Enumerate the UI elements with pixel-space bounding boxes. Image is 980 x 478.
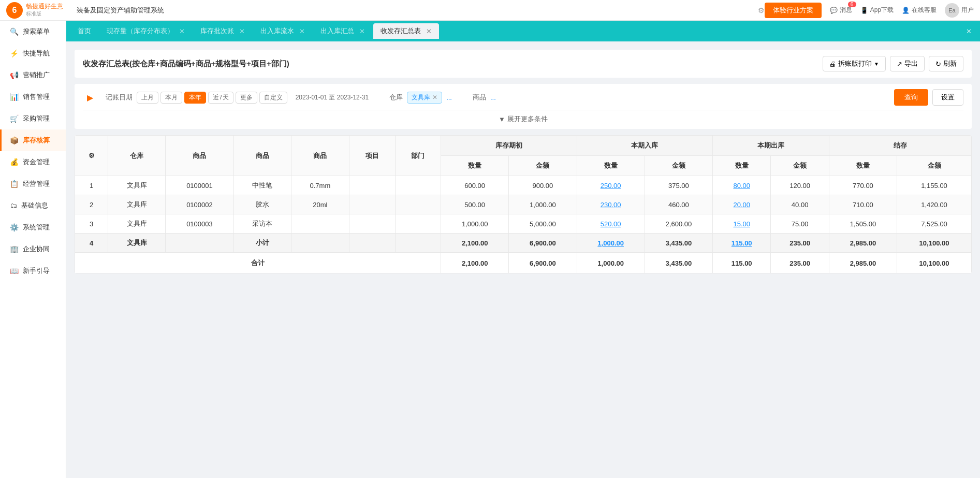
system-settings-icon[interactable]: ⚙	[758, 6, 765, 15]
footer-outbound-amt: 235.00	[771, 253, 829, 273]
col-closing-qty: 数量	[829, 156, 897, 176]
row-goods-name: 采访本	[233, 214, 291, 234]
print-icon: 🖨	[829, 60, 836, 68]
sidebar: 🔍 搜索菜单 ⚡ 快捷导航 📢 营销推广 📊 销售管理 🛒 采购管理 📦	[0, 21, 66, 478]
app-download-item[interactable]: 📱 App下载	[860, 6, 894, 15]
sidebar-item-operations[interactable]: 📋 经营管理	[0, 173, 66, 195]
footer-outbound-qty: 115.00	[713, 253, 771, 273]
tab-home[interactable]: 首页	[70, 23, 98, 39]
row-inbound-amt: 2,600.00	[645, 214, 712, 234]
row-goods-spec	[291, 214, 349, 234]
row-outbound-qty[interactable]: 15.00	[713, 214, 771, 234]
tab-inout-summary-close[interactable]: ✕	[359, 27, 365, 35]
expand-arrow[interactable]: ▶	[83, 91, 97, 105]
row-project	[349, 234, 396, 253]
warehouse-filter: 仓库 文具库 ✕ ...	[389, 92, 452, 104]
query-actions: 查询 设置	[894, 89, 963, 106]
sidebar-item-sales[interactable]: 📊 销售管理	[0, 86, 66, 108]
date-btn-last-month[interactable]: 上月	[137, 92, 158, 104]
sidebar-item-finance[interactable]: 💰 资金管理	[0, 151, 66, 173]
user-item[interactable]: Ea 用户	[945, 3, 974, 18]
main-table: ⚙ 仓库 商品 商品 商品 项目 部门 库存期初 本期入库 本期出库	[75, 135, 972, 273]
tab-receive-summary-close[interactable]: ✕	[426, 27, 432, 35]
tab-batch-ledger-label: 库存批次账	[200, 26, 234, 36]
export-btn[interactable]: ↗ 导出	[890, 56, 925, 71]
row-inbound-qty[interactable]: 520.00	[577, 214, 645, 234]
sidebar-label-finance: 资金管理	[23, 157, 50, 167]
finance-icon: 💰	[10, 158, 19, 166]
settings-btn[interactable]: 设置	[932, 89, 963, 106]
try-btn[interactable]: 体验行业方案	[765, 3, 822, 18]
tab-inventory-dist-close[interactable]: ✕	[179, 27, 185, 35]
online-service-item[interactable]: 👤 在线客服	[902, 6, 937, 15]
refresh-btn[interactable]: ↻ 刷新	[929, 56, 963, 71]
print-btn[interactable]: 🖨 拆账版打印 ▼	[823, 56, 886, 71]
col-opening-amt: 金额	[509, 156, 577, 176]
sidebar-item-system[interactable]: ⚙️ 系统管理	[0, 216, 66, 238]
row-inbound-amt: 3,435.00	[645, 234, 712, 253]
row-project	[349, 176, 396, 195]
query-btn[interactable]: 查询	[894, 89, 928, 106]
footer-opening-amt: 6,900.00	[509, 253, 577, 273]
message-item[interactable]: 💬 消息 6	[830, 6, 852, 15]
col-outbound-group: 本期出库	[713, 136, 829, 156]
date-filter: 记账日期 上月 本月 本年 近7天 更多 自定义 2023-01-01 至 20…	[106, 92, 369, 104]
sidebar-item-purchase[interactable]: 🛒 采购管理	[0, 108, 66, 129]
row-department	[395, 234, 441, 253]
row-outbound-qty[interactable]: 115.00	[713, 234, 771, 253]
table-settings-icon[interactable]: ⚙	[89, 152, 95, 160]
sidebar-item-marketing[interactable]: 📢 营销推广	[0, 64, 66, 86]
col-warehouse: 仓库	[108, 136, 166, 176]
expand-more-btn[interactable]: ▼ 展开更多条件	[83, 110, 963, 124]
row-warehouse: 文具库	[108, 214, 166, 234]
date-btn-7days[interactable]: 近7天	[208, 92, 233, 104]
tab-home-label: 首页	[78, 26, 91, 36]
sidebar-item-inventory[interactable]: 📦 库存核算	[0, 129, 66, 151]
tab-inout-summary[interactable]: 出入库汇总 ✕	[313, 23, 372, 39]
guide-icon: 📖	[10, 267, 19, 275]
row-outbound-qty[interactable]: 20.00	[713, 195, 771, 214]
row-inbound-qty[interactable]: 250.00	[577, 176, 645, 195]
date-range: 2023-01-01 至 2023-12-31	[296, 93, 369, 102]
col-settings[interactable]: ⚙	[75, 136, 108, 176]
row-goods-code: 0100002	[166, 195, 233, 214]
col-outbound-amt: 金额	[771, 156, 829, 176]
date-btn-this-month[interactable]: 本月	[160, 92, 182, 104]
tab-inout-flow[interactable]: 出入库流水 ✕	[253, 23, 312, 39]
sidebar-item-enterprise[interactable]: 🏢 企业协同	[0, 238, 66, 260]
tab-batch-ledger[interactable]: 库存批次账 ✕	[193, 23, 252, 39]
sidebar-label-search: 搜索菜单	[23, 27, 50, 36]
sidebar-item-basic-info[interactable]: 🗂 基础信息	[0, 195, 66, 216]
tab-inventory-dist[interactable]: 现存量（库存分布表） ✕	[99, 23, 192, 39]
footer-closing-amt: 10,100.00	[897, 253, 972, 273]
row-goods-spec	[291, 234, 349, 253]
sidebar-item-search[interactable]: 🔍 搜索菜单	[0, 21, 66, 42]
row-opening-qty: 500.00	[441, 195, 509, 214]
row-outbound-amt: 120.00	[771, 176, 829, 195]
logo-text: 畅捷通好生意	[26, 3, 63, 11]
date-btn-this-year[interactable]: 本年	[184, 92, 206, 104]
row-opening-amt: 6,900.00	[509, 234, 577, 253]
sidebar-label-purchase: 采购管理	[23, 114, 50, 123]
tab-batch-ledger-close[interactable]: ✕	[239, 27, 245, 35]
row-inbound-qty[interactable]: 230.00	[577, 195, 645, 214]
sidebar-item-quick-nav[interactable]: ⚡ 快捷导航	[0, 42, 66, 64]
footer-inbound-amt: 3,435.00	[645, 253, 712, 273]
row-inbound-qty[interactable]: 1,000.00	[577, 234, 645, 253]
row-department	[395, 214, 441, 234]
sidebar-item-guide[interactable]: 📖 新手引导	[0, 260, 66, 282]
date-btn-more[interactable]: 更多	[236, 92, 257, 104]
tab-receive-summary[interactable]: 收发存汇总表 ✕	[373, 23, 439, 39]
export-icon: ↗	[897, 60, 902, 68]
row-outbound-qty[interactable]: 80.00	[713, 176, 771, 195]
row-goods-name: 中性笔	[233, 176, 291, 195]
page-content: 收发存汇总表(按仓库+商品编码+商品+规格型号+项目+部门) 🖨 拆账版打印 ▼…	[66, 41, 980, 478]
warehouse-tag-close[interactable]: ✕	[432, 94, 437, 101]
tab-bar-close[interactable]: ✕	[962, 27, 976, 35]
date-btn-custom[interactable]: 自定义	[259, 92, 287, 104]
page-title: 收发存汇总表(按仓库+商品编码+商品+规格型号+项目+部门)	[83, 59, 289, 69]
warehouse-dots[interactable]: ...	[446, 94, 452, 102]
sales-icon: 📊	[10, 93, 19, 101]
tab-inout-flow-close[interactable]: ✕	[299, 27, 305, 35]
goods-dots[interactable]: ...	[490, 94, 496, 102]
